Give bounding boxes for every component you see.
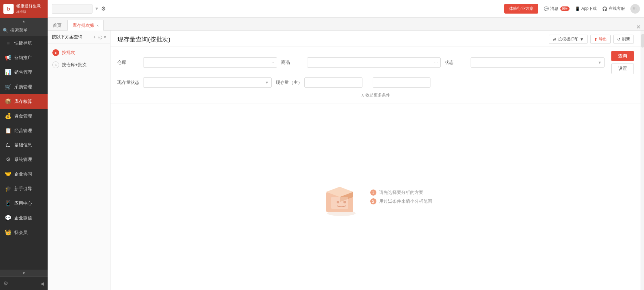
- tab-close-icon[interactable]: ×: [97, 23, 99, 28]
- footer-collapse-icon[interactable]: ◀: [40, 281, 44, 286]
- sidebar-item-app-center[interactable]: 📱 应用中心: [0, 196, 48, 211]
- refresh-btn[interactable]: ↺ 刷新: [613, 35, 634, 44]
- online-service-label: 在线客服: [609, 6, 625, 12]
- qty-max-input[interactable]: [373, 77, 430, 88]
- sidebar-item-label: 系统管理: [14, 157, 32, 163]
- topbar-dropdown-icon[interactable]: ▼: [95, 6, 99, 11]
- scheme-collapse-btn[interactable]: «: [104, 35, 106, 39]
- app-download-action[interactable]: 📱 App下载: [575, 6, 597, 12]
- sidebar-item-label: 企业微信: [14, 215, 32, 221]
- printer-icon: 🖨: [553, 37, 557, 42]
- finance-icon: 💰: [5, 113, 12, 119]
- top-bar: ▼ ⚙ 体验行业方案 💬 消息 99+ 📱 App下载 🎧 在线客服 Rit: [48, 0, 644, 18]
- service-icon: 🎧: [602, 6, 607, 11]
- qty-min-input[interactable]: [304, 77, 362, 88]
- member-icon: 👑: [5, 229, 12, 236]
- footer-settings-icon[interactable]: ⚙: [3, 280, 8, 287]
- inventory-qty-label: 现存量（主）: [276, 79, 302, 86]
- empty-state: 1 请先选择要分析的方案 2 用过滤条件来缩小分析范围: [111, 104, 641, 290]
- print-dropdown-icon: ▼: [580, 37, 584, 42]
- goods-label: 商品: [281, 59, 305, 66]
- topbar-actions: 体验行业方案 💬 消息 99+ 📱 App下载 🎧 在线客服 Rit: [504, 4, 640, 14]
- sidebar-item-newbie[interactable]: 🎓 新手引导: [0, 181, 48, 196]
- sidebar-scroll-down[interactable]: ▼: [0, 270, 48, 276]
- right-scrollbar[interactable]: [641, 31, 644, 290]
- close-panel-icon[interactable]: ✕: [636, 24, 641, 30]
- sidebar-item-purchase[interactable]: 🛒 采购管理: [0, 79, 48, 94]
- export-btn[interactable]: ⬆ 导出: [590, 35, 611, 44]
- goods-input[interactable]: ···: [307, 57, 441, 68]
- sidebar-item-inventory[interactable]: 📦 库存核算: [0, 94, 48, 109]
- query-btn[interactable]: 查询: [611, 51, 634, 61]
- svg-point-5: [337, 201, 339, 203]
- sidebar-header: b 畅康通好生意 标准版: [0, 0, 48, 18]
- scheme-settings-icon[interactable]: ◎: [98, 34, 102, 40]
- app-download-label: App下载: [581, 6, 597, 12]
- sidebar-item-label: 应用中心: [14, 200, 32, 206]
- sidebar-scroll-up[interactable]: ▲: [0, 18, 48, 24]
- scrollbar-thumb: [641, 34, 644, 48]
- experience-btn[interactable]: 体验行业方案: [504, 4, 538, 14]
- filter-settings-btn[interactable]: 设置: [611, 63, 634, 74]
- sidebar-item-finance[interactable]: 💰 资金管理: [0, 109, 48, 123]
- empty-svg: [319, 177, 360, 217]
- topbar-settings-icon[interactable]: ⚙: [101, 5, 106, 12]
- message-icon: 💬: [544, 6, 549, 11]
- sidebar-item-label: 畅会员: [14, 230, 28, 236]
- basics-icon: 🗂: [5, 142, 12, 148]
- export-icon: ⬆: [594, 37, 597, 42]
- filter-area: 仓库 ··· 商品 ···: [111, 47, 641, 104]
- sidebar-item-quick-nav[interactable]: ≡ 快捷导航: [0, 36, 48, 50]
- status-select[interactable]: ▼: [471, 57, 605, 68]
- scheme-item-batch[interactable]: ● 按批次: [48, 47, 110, 59]
- tab-inventory-batch[interactable]: 库存批次账 ×: [67, 20, 104, 31]
- warehouse-more-icon: ···: [271, 60, 274, 65]
- phone-icon: 📱: [575, 6, 580, 11]
- search-icon: 🔍: [3, 28, 8, 33]
- marketing-icon: 📢: [5, 54, 12, 61]
- collapse-icon: ∧: [361, 93, 364, 98]
- sidebar-item-operations[interactable]: 📋 经营管理: [0, 123, 48, 138]
- sidebar-item-label: 经营管理: [14, 128, 32, 134]
- hint-text-2: 用过滤条件来缩小分析范围: [379, 198, 432, 204]
- tab-inventory-label: 库存批次账: [72, 22, 95, 29]
- sidebar-item-sales[interactable]: 📊 销售管理: [0, 65, 48, 79]
- warehouse-input[interactable]: ···: [143, 57, 277, 68]
- empty-hint: 1 请先选择要分析的方案 2 用过滤条件来缩小分析范围: [370, 189, 432, 204]
- topbar-search-input[interactable]: [52, 4, 92, 14]
- message-action[interactable]: 💬 消息 99+: [544, 6, 570, 12]
- sales-icon: 📊: [5, 69, 12, 75]
- sidebar-search[interactable]: 🔍 搜索菜单: [0, 24, 48, 36]
- tab-home[interactable]: 首页: [48, 20, 67, 31]
- system-icon: ⚙: [5, 156, 12, 163]
- inventory-icon: 📦: [5, 98, 12, 105]
- scheme-add-icon[interactable]: ＋: [92, 34, 97, 40]
- sidebar-item-marketing[interactable]: 📢 营销推广: [0, 50, 48, 65]
- filter-row-1: 仓库 ··· 商品 ···: [117, 51, 634, 74]
- print-btn[interactable]: 🖨 按模板打印 ▼: [549, 35, 588, 44]
- sidebar: b 畅康通好生意 标准版 ▲ 🔍 搜索菜单 ≡ 快捷导航 📢 营销推广 📊 销售…: [0, 0, 48, 290]
- topbar-search-area: ▼ ⚙: [52, 4, 106, 14]
- sidebar-search-label: 搜索菜单: [10, 27, 28, 33]
- online-service-action[interactable]: 🎧 在线客服: [602, 6, 625, 12]
- sidebar-item-wechat[interactable]: 💬 企业微信: [0, 211, 48, 225]
- scheme-item-label: 按批次: [62, 50, 75, 56]
- scheme-item-warehouse-batch[interactable]: ○ 按仓库+批次: [48, 59, 110, 71]
- message-label: 消息: [550, 6, 558, 12]
- hint-text-1: 请先选择要分析的方案: [379, 189, 423, 196]
- status-label: 状态: [445, 59, 469, 66]
- scheme-title: 按以下方案查询: [52, 34, 83, 40]
- user-avatar-area[interactable]: Rit: [630, 4, 640, 14]
- scheme-inactive-icon: ○: [52, 61, 59, 68]
- sidebar-item-system[interactable]: ⚙ 系统管理: [0, 152, 48, 167]
- sidebar-item-enterprise[interactable]: 🤝 企业协同: [0, 167, 48, 181]
- inventory-status-select[interactable]: ▼: [143, 77, 272, 88]
- refresh-icon: ↺: [617, 37, 621, 42]
- collapse-more-btn[interactable]: ∧ 收起更多条件: [117, 91, 634, 99]
- sidebar-item-member[interactable]: 👑 畅会员: [0, 225, 48, 240]
- sidebar-item-basics[interactable]: 🗂 基础信息: [0, 138, 48, 152]
- app-edition: 标准版: [16, 10, 41, 14]
- main-content: 现存量查询(按批次) 🖨 按模板打印 ▼ ⬆ 导出 ↺ 刷新: [111, 31, 641, 290]
- inventory-dropdown-icon: ▼: [265, 80, 269, 85]
- svg-point-6: [343, 201, 346, 203]
